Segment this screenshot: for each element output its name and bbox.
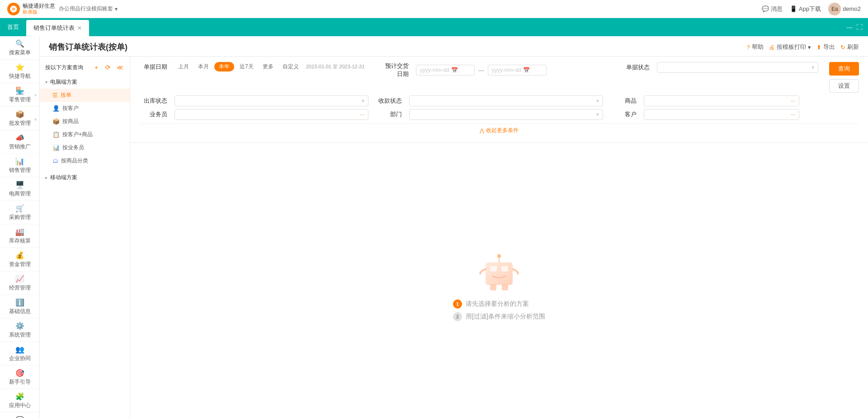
chevron-down-icon: ▾ <box>115 6 118 12</box>
tab-home[interactable]: 首页 <box>0 18 26 36</box>
megaphone-icon: 📣 <box>15 133 24 142</box>
company-dropdown[interactable]: 办公用品行业模拟账套 ▾ <box>59 5 118 13</box>
collapse-scheme-btn[interactable]: ≪ <box>115 63 124 72</box>
filter-area: 单据日期 上月 本月 本年 近7天 更多 自定义 2023-01-01 至 20… <box>130 57 868 143</box>
expected-date-end[interactable]: yyyy-mm-dd 📅 <box>488 65 547 76</box>
sidebar-item-ops[interactable]: 📈 经营管理 <box>0 271 39 295</box>
add-scheme-btn[interactable]: + <box>92 63 101 72</box>
settings-icon: ⚙️ <box>15 322 24 330</box>
sidebar-item-enterprise-wechat[interactable]: 💬 企业微信 <box>0 413 39 418</box>
message-btn[interactable]: 💬 消息 <box>762 5 783 13</box>
expected-date-start[interactable]: yyyy-mm-dd 📅 <box>416 65 475 76</box>
last-month-btn[interactable]: 上月 <box>175 62 193 71</box>
this-month-btn[interactable]: 本月 <box>194 62 212 71</box>
scheme-section-mobile: ▸ 移动端方案 <box>40 170 130 185</box>
chevron-down-icon: ▾ <box>45 80 47 85</box>
sidebar-item-quick-nav[interactable]: ⭐ 快捷导航 <box>0 60 39 83</box>
logo-icon <box>7 3 20 15</box>
chevron-up-icon: ⋀ <box>480 128 484 134</box>
sidebar-item-enterprise[interactable]: 👥 企业协同 <box>0 342 39 366</box>
sidebar-item-sys-mgmt[interactable]: ⚙️ 系统管理 <box>0 318 39 342</box>
more-date-btn[interactable]: 更多 <box>259 62 277 71</box>
scheme-item-by-category[interactable]: 🗂 按商品分类 <box>40 154 130 167</box>
tab-close-icon[interactable]: ✕ <box>77 25 82 31</box>
salesperson-more-btn[interactable]: ··· <box>360 111 364 118</box>
scheme-item-by-customer-product[interactable]: 📋 按客户+商品 <box>40 128 130 141</box>
dept-select[interactable]: ▾ <box>409 109 603 120</box>
goods-select[interactable]: ··· <box>644 95 799 106</box>
query-button[interactable]: 查询 <box>829 62 859 76</box>
sidebar-item-app-center[interactable]: 🧩 应用中心 <box>0 389 39 413</box>
pay-status-label: 收款状态 <box>374 97 406 105</box>
salesperson-select[interactable]: ··· <box>175 109 368 120</box>
customer-more-btn[interactable]: ··· <box>791 111 795 118</box>
user-avatar-area[interactable]: Ea demo2 <box>828 3 861 15</box>
app-download-btn[interactable]: 📱 App下载 <box>790 5 821 13</box>
this-year-btn[interactable]: 本年 <box>214 62 234 71</box>
sidebar-item-sales[interactable]: 📊 销售管理 <box>0 154 39 177</box>
customer-select[interactable]: ··· <box>644 109 799 120</box>
goods-more-btn[interactable]: ··· <box>791 98 795 104</box>
refresh-btn[interactable]: ↻ 刷新 <box>840 43 859 51</box>
collapse-filter-btn[interactable]: ⋀ 收起更多条件 <box>139 124 859 137</box>
scheme-item-by-order[interactable]: ☰ 按单 <box>40 89 130 102</box>
sidebar-item-basic-info[interactable]: ℹ️ 基础信息 <box>0 295 39 318</box>
sidebar-item-new-guide[interactable]: 🎯 新手引导 <box>0 366 39 389</box>
query-actions: 查询 设置 <box>824 62 859 93</box>
cart-icon: 🛒 <box>15 204 24 213</box>
sidebar: 🔍 搜索菜单 ⭐ 快捷导航 🏪 零售管理 ▾ 📦 批发管理 ▴ 📣 营销推广 📊… <box>0 36 40 418</box>
tab-bar: 首页 销售订单统计表 ✕ — ⛶ <box>0 18 868 36</box>
scheme-section-desktop-header[interactable]: ▾ 电脑端方案 <box>40 76 130 88</box>
sidebar-item-wholesale[interactable]: 📦 批发管理 ▴ <box>0 107 39 130</box>
minimize-icon[interactable]: — <box>846 24 853 31</box>
tab-sales-order-stat[interactable]: 销售订单统计表 ✕ <box>26 20 89 36</box>
scheme-item-by-customer[interactable]: 👤 按客户 <box>40 102 130 115</box>
help-icon: ? <box>747 44 750 51</box>
maximize-icon[interactable]: ⛶ <box>856 24 863 31</box>
sidebar-item-ecomm[interactable]: 🖥️ 电商管理 <box>0 177 39 201</box>
sidebar-item-retail[interactable]: 🏪 零售管理 ▾ <box>0 83 39 107</box>
svg-point-6 <box>497 254 501 258</box>
pay-status-select[interactable]: ▾ <box>409 95 603 106</box>
sidebar-item-marketing[interactable]: 📣 营销推广 <box>0 130 39 154</box>
main-layout: 🔍 搜索菜单 ⭐ 快捷导航 🏪 零售管理 ▾ 📦 批发管理 ▴ 📣 营销推广 📊… <box>0 36 868 418</box>
cust-prod-icon: 📋 <box>52 131 60 138</box>
refresh-scheme-btn[interactable]: ⟳ <box>104 63 113 72</box>
ship-status-label: 出库状态 <box>139 97 171 105</box>
message-icon: 💬 <box>762 5 769 12</box>
scheme-section-mobile-header[interactable]: ▸ 移动端方案 <box>40 172 130 183</box>
apps-icon: 🧩 <box>15 392 24 401</box>
export-btn[interactable]: ⬆ 导出 <box>816 43 835 51</box>
svg-rect-1 <box>490 266 497 271</box>
sidebar-item-inventory[interactable]: 🏭 库存核算 <box>0 224 39 248</box>
chevron-up-icon: ▴ <box>34 116 37 121</box>
scheme-item-by-salesperson[interactable]: 📊 按业务员 <box>40 141 130 154</box>
chevron-down-icon: ▾ <box>808 44 811 51</box>
custom-date-btn[interactable]: 自定义 <box>279 62 302 71</box>
sidebar-item-purchase[interactable]: 🛒 采购管理 <box>0 201 39 224</box>
help-btn[interactable]: ? 帮助 <box>747 43 764 51</box>
doc-status-select[interactable]: ▾ <box>657 62 818 73</box>
star-icon: ⭐ <box>15 63 24 71</box>
scheme-panel: 按以下方案查询 + ⟳ ≪ ▾ 电脑端方案 ☰ <box>40 57 130 418</box>
users-icon: 👥 <box>15 345 24 354</box>
sidebar-item-finance[interactable]: 💰 资金管理 <box>0 248 39 271</box>
scheme-item-by-product[interactable]: 📦 按商品 <box>40 115 130 128</box>
empty-hint-1: 1 请先选择要分析的方案 <box>453 299 545 309</box>
chevron-down-icon: ▾ <box>34 92 37 97</box>
ship-status-select[interactable]: ▾ <box>175 95 368 106</box>
svg-rect-4 <box>502 284 508 290</box>
refresh-icon: ↻ <box>840 44 845 51</box>
category-icon: 🗂 <box>52 157 58 164</box>
box-icon: 📦 <box>15 110 24 119</box>
chevron-down-icon: ▾ <box>362 98 364 104</box>
settings-button[interactable]: 设置 <box>829 79 859 93</box>
shop-icon: 🏪 <box>15 86 24 95</box>
template-print-btn[interactable]: 🖨 按模板打印 ▾ <box>769 43 811 51</box>
logo-text: 畅捷通好生意 标准版 <box>23 3 55 15</box>
top-bar-right: 💬 消息 📱 App下载 Ea demo2 <box>762 3 861 15</box>
last7days-btn[interactable]: 近7天 <box>236 62 257 71</box>
sidebar-item-search-menu[interactable]: 🔍 搜索菜单 <box>0 36 39 60</box>
analytics-icon: 📈 <box>15 275 24 283</box>
export-icon: ⬆ <box>816 44 821 51</box>
